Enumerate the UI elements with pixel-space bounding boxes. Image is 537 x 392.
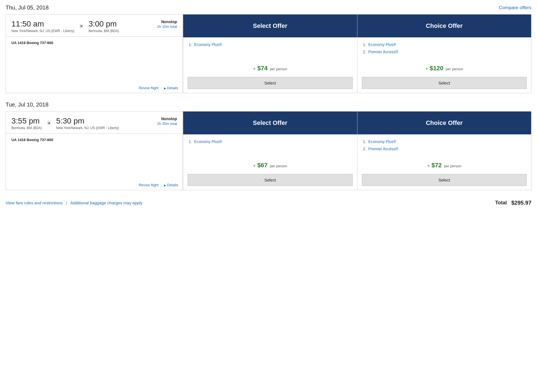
flight1-section: 11:50 am New York/Newark, NJ, US (EWR - … xyxy=(6,14,531,93)
flight1-departure: 11:50 am New York/Newark, NJ, US (EWR - … xyxy=(11,20,74,33)
flight2-select-offer-features: 1. Economy Plus® xyxy=(183,134,357,159)
flight1-select-price-row: + $74 per person xyxy=(183,62,357,75)
flight2-departure: 3:55 pm Bermuda, BM (BDA) xyxy=(11,117,42,130)
flight2-choice-feature2: 2. Premier Access® xyxy=(363,147,526,151)
flight2-arrival-location: New York/Newark, NJ, US (EWR - Liberty) xyxy=(56,126,119,130)
flight1-details-link[interactable]: Details xyxy=(164,86,178,90)
flight1-arrival: 3:00 pm Bermuda, BM (BDA) xyxy=(88,20,119,33)
baggage-text: Additional baggage charges may apply xyxy=(70,200,142,205)
footer: View fare rules and restrictions | Addit… xyxy=(6,199,531,207)
flight1-choice-offer-button[interactable]: Select xyxy=(362,77,527,89)
flight2-details-link[interactable]: Details xyxy=(164,183,178,187)
flight2-date: Tue, Jul 10, 2018 xyxy=(6,101,531,108)
flight2-offers: Select Offer 1. Economy Plus® + $67 per … xyxy=(183,112,531,190)
flight2-departure-time: 3:55 pm xyxy=(11,117,42,125)
flight2-actions: Revise flight Details xyxy=(6,180,183,190)
flight2-select-price-amount: $67 xyxy=(257,162,268,169)
flight2-select-offer-header: Select Offer xyxy=(183,112,357,134)
flight1-choice-price-row: + $120 per person xyxy=(357,62,531,75)
flight2-top: 3:55 pm Bermuda, BM (BDA) ✈ 5:30 pm New … xyxy=(6,112,183,134)
flight1-select-feature1: 1. Economy Plus® xyxy=(189,42,352,47)
compare-offers-link[interactable]: Compare offers xyxy=(499,5,531,11)
flight1-choice-per-person: per person xyxy=(446,67,463,71)
total-label: Total xyxy=(495,200,507,206)
flight1-offers: Select Offer 1. Economy Plus® + $74 per … xyxy=(183,14,531,93)
flight1-choice-offer-features: 1. Economy Plus® 2. Premier Access® xyxy=(357,37,531,62)
plane-icon: ✈ xyxy=(78,23,85,30)
flight1-choice-feature1: 1. Economy Plus® xyxy=(363,42,526,47)
flight2-choice-price-row: + $72 per person xyxy=(357,159,531,172)
flight2-choice-offer-button[interactable]: Select xyxy=(362,174,527,186)
flight2-select-offer-button[interactable]: Select xyxy=(188,174,353,186)
flight2-info: 3:55 pm Bermuda, BM (BDA) ✈ 5:30 pm New … xyxy=(6,112,183,190)
flight1-status: Nonstop 2h 10m total xyxy=(157,20,177,29)
flight1-date: Thu, Jul 05, 2018 xyxy=(6,4,49,11)
flight2-times: 3:55 pm Bermuda, BM (BDA) ✈ 5:30 pm New … xyxy=(11,117,119,130)
flight1-nonstop: Nonstop xyxy=(157,20,177,24)
flight1-select-offer-button[interactable]: Select xyxy=(188,77,353,89)
flight2-choice-feature1: 1. Economy Plus® xyxy=(363,139,526,144)
flight1-choice-offer-header: Choice Offer xyxy=(357,14,531,37)
flight2-select-price-row: + $67 per person xyxy=(183,159,357,172)
footer-total: Total $295.97 xyxy=(495,200,531,206)
flight1-departure-location: New York/Newark, NJ, US (EWR - Liberty) xyxy=(11,29,74,33)
flight1-detail: UA 1419 Boeing 737-800 xyxy=(6,37,183,83)
flight2-select-price: + $67 per person xyxy=(189,162,352,169)
flight2-nonstop: Nonstop xyxy=(157,117,177,121)
flight2-arrival-time: 5:30 pm xyxy=(56,117,119,125)
flight2-select-offer-col: Select Offer 1. Economy Plus® + $67 per … xyxy=(183,112,357,190)
flight1-select-price: + $74 per person xyxy=(189,65,352,72)
flight2-choice-per-person: per person xyxy=(444,164,461,168)
flight1-arrival-location: Bermuda, BM (BDA) xyxy=(88,29,119,33)
total-value: $295.97 xyxy=(511,200,531,206)
flight2-section: 3:55 pm Bermuda, BM (BDA) ✈ 5:30 pm New … xyxy=(6,111,531,190)
flight1-select-per-person: per person xyxy=(270,67,287,71)
flight1-actions: Revise flight Details xyxy=(6,83,183,93)
flight1-select-offer-col: Select Offer 1. Economy Plus® + $74 per … xyxy=(183,14,357,93)
flight1-select-price-amount: $74 xyxy=(257,65,268,72)
flight1-choice-price-amount: $120 xyxy=(430,65,443,72)
flight2-total-time: 2h 35m total xyxy=(157,122,177,126)
flight2-choice-price: + $72 per person xyxy=(363,162,526,169)
flight2-detail: UA 1416 Boeing 737-800 xyxy=(6,134,183,180)
flight1-info: 11:50 am New York/Newark, NJ, US (EWR - … xyxy=(6,14,183,93)
flight1-choice-price: + $120 per person xyxy=(363,65,526,72)
flight1-revise-link[interactable]: Revise flight xyxy=(139,86,159,90)
footer-links: View fare rules and restrictions | Addit… xyxy=(6,200,142,205)
page-header: Thu, Jul 05, 2018 Compare offers xyxy=(6,4,531,11)
flight1-choice-feature2: 2. Premier Access® xyxy=(363,50,526,54)
flight2-number: UA 1416 Boeing 737-800 xyxy=(11,138,53,142)
flight2-revise-link[interactable]: Revise flight xyxy=(139,183,159,187)
flight1-select-offer-features: 1. Economy Plus® xyxy=(183,37,357,62)
flight2-choice-offer-header: Choice Offer xyxy=(357,112,531,134)
flight2-choice-price-amount: $72 xyxy=(431,162,442,169)
flight1-number: UA 1419 Boeing 737-800 xyxy=(11,41,53,45)
flight1-select-offer-header: Select Offer xyxy=(183,14,357,37)
flight1-total-time: 2h 10m total xyxy=(157,25,177,29)
flight2-arrival: 5:30 pm New York/Newark, NJ, US (EWR - L… xyxy=(56,117,119,130)
flight1-times: 11:50 am New York/Newark, NJ, US (EWR - … xyxy=(11,20,119,33)
flight2-choice-offer-features: 1. Economy Plus® 2. Premier Access® xyxy=(357,134,531,159)
flight2-select-feature1: 1. Economy Plus® xyxy=(189,139,352,144)
plane-icon-2: ✈ xyxy=(45,120,53,127)
footer-separator: | xyxy=(66,200,67,205)
flight2-select-per-person: per person xyxy=(270,164,287,168)
flight1-departure-time: 11:50 am xyxy=(11,20,74,28)
flight1-top: 11:50 am New York/Newark, NJ, US (EWR - … xyxy=(6,14,183,37)
flight1-arrival-time: 3:00 pm xyxy=(88,20,119,28)
flight2-status: Nonstop 2h 35m total xyxy=(157,117,177,126)
flight2-choice-offer-col: Choice Offer 1. Economy Plus® 2. Premier… xyxy=(357,112,531,190)
flight2-departure-location: Bermuda, BM (BDA) xyxy=(11,126,42,130)
fare-rules-link[interactable]: View fare rules and restrictions xyxy=(6,200,63,205)
flight1-choice-offer-col: Choice Offer 1. Economy Plus® 2. Premier… xyxy=(357,14,531,93)
